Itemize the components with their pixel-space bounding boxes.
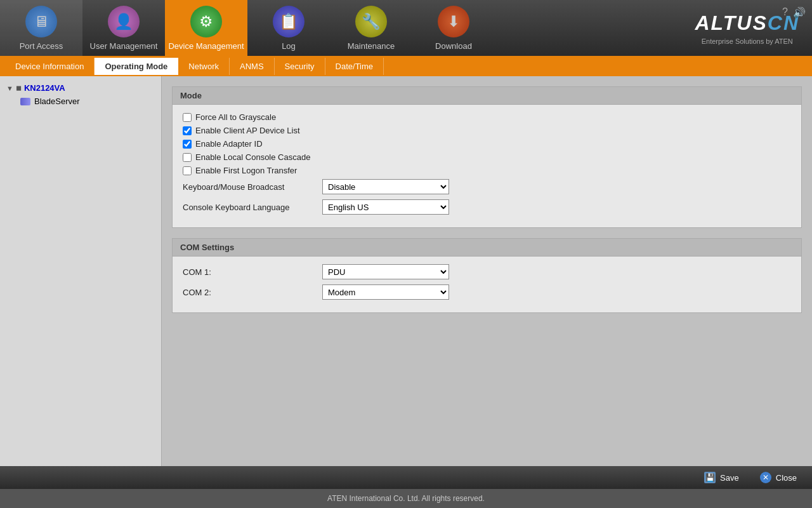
checkbox-row-enable-adapter-id: Enable Adapter ID <box>183 139 791 149</box>
field-label-console-keyboard-language: Console Keyboard Language <box>183 203 322 212</box>
main-content: Mode Force All to Grayscale Enable Clien… <box>162 76 812 466</box>
field-row-console-keyboard-language: Console Keyboard Language English USEngl… <box>183 199 791 215</box>
checkbox-label-force-grayscale: Force All to Grayscale <box>195 112 276 122</box>
nav-label-port-access: Port Access <box>20 41 63 51</box>
nav-icon-download: ⬇ <box>438 6 469 37</box>
com-field-label-com1: COM 1: <box>183 267 322 277</box>
checkbox-label-enable-adapter-id: Enable Adapter ID <box>195 139 263 149</box>
nav-icon-user-management: 👤 <box>108 6 140 37</box>
field-select-keyboard-mouse-broadcast[interactable]: DisableEnable <box>322 179 449 194</box>
footer-text: ATEN International Co. Ltd. All rights r… <box>327 494 485 503</box>
nav-label-maintenance: Maintenance <box>348 41 395 51</box>
subtab-datetime[interactable]: Date/Time <box>325 58 384 75</box>
help-icon[interactable]: ? <box>782 6 788 18</box>
com-field-select-com1[interactable]: PDUModemUPSDisable <box>322 264 449 279</box>
mode-panel-title: Mode <box>173 87 801 105</box>
sidebar: ▼ ◼ KN2124VA BladeServer <box>0 76 162 466</box>
checkbox-enable-adapter-id[interactable] <box>183 140 192 149</box>
com-field-row-com2: COM 2: PDUModemUPSDisable <box>183 284 791 300</box>
mode-panel-body: Force All to Grayscale Enable Client AP … <box>173 105 801 227</box>
save-button[interactable]: 💾 Save <box>698 469 744 486</box>
bottom-bar: 💾 Save ✕ Close <box>0 466 812 489</box>
nav-item-device-management[interactable]: ⚙ Device Management <box>165 0 247 56</box>
save-label: Save <box>720 473 739 483</box>
close-label: Close <box>776 473 797 483</box>
aten-logo: ? 🔊 ALTUSCN Enterprise Solutions by ATEN <box>683 0 813 56</box>
checkbox-enable-first-logon[interactable] <box>183 166 192 175</box>
close-button[interactable]: ✕ Close <box>754 469 802 486</box>
field-label-keyboard-mouse-broadcast: Keyboard/Mouse Broadcast <box>183 182 322 192</box>
field-row-keyboard-mouse-broadcast: Keyboard/Mouse Broadcast DisableEnable <box>183 179 791 194</box>
footer: ATEN International Co. Ltd. All rights r… <box>0 489 812 508</box>
nav-label-log: Log <box>282 41 296 51</box>
nav-label-download: Download <box>435 41 472 51</box>
subtab-anms[interactable]: ANMS <box>230 58 275 75</box>
main-area: ▼ ◼ KN2124VA BladeServer Mode Force All … <box>0 76 812 466</box>
com-field-select-com2[interactable]: PDUModemUPSDisable <box>322 284 449 300</box>
mode-checkboxes: Force All to Grayscale Enable Client AP … <box>183 112 791 175</box>
field-select-console-keyboard-language[interactable]: English USEnglish UKFrenchGermanJapanese… <box>322 199 449 215</box>
nav-label-user-management: User Management <box>90 41 158 51</box>
nav-items: 🖥 Port Access 👤 User Management ⚙ Device… <box>0 0 495 56</box>
sub-navigation: Device InformationOperating ModeNetworkA… <box>0 56 812 76</box>
tree-item-kn2124va[interactable]: ▼ ◼ KN2124VA <box>3 81 159 95</box>
subtab-security[interactable]: Security <box>275 58 325 75</box>
nav-item-maintenance[interactable]: 🔧 Maintenance <box>330 0 412 56</box>
save-icon: 💾 <box>704 472 716 483</box>
com-panel-body: COM 1: PDUModemUPSDisable COM 2: PDUMode… <box>173 257 801 312</box>
nav-icon-maintenance: 🔧 <box>355 6 387 37</box>
com-field-row-com1: COM 1: PDUModemUPSDisable <box>183 264 791 279</box>
mode-fields: Keyboard/Mouse Broadcast DisableEnable C… <box>183 179 791 215</box>
checkbox-label-enable-local-console: Enable Local Console Cascade <box>195 152 310 162</box>
top-navigation: 🖥 Port Access 👤 User Management ⚙ Device… <box>0 0 812 56</box>
tree-expand-icon: ▼ <box>6 84 13 92</box>
checkbox-label-enable-first-logon: Enable First Logon Transfer <box>195 166 297 175</box>
nav-item-download[interactable]: ⬇ Download <box>412 0 495 56</box>
close-icon: ✕ <box>760 472 771 483</box>
com-panel-title: COM Settings <box>173 239 801 257</box>
checkbox-enable-local-console[interactable] <box>183 153 192 162</box>
nav-label-device-management: Device Management <box>168 41 244 51</box>
tree-item-bladeserver[interactable]: BladeServer <box>3 95 159 108</box>
nav-icon-port-access: 🖥 <box>25 6 57 37</box>
checkbox-force-grayscale[interactable] <box>183 113 192 122</box>
nav-item-user-management[interactable]: 👤 User Management <box>82 0 165 56</box>
checkbox-row-enable-first-logon: Enable First Logon Transfer <box>183 166 791 175</box>
blade-icon <box>20 98 30 105</box>
subtab-operating-mode[interactable]: Operating Mode <box>95 58 178 75</box>
logo-sub: Enterprise Solutions by ATEN <box>702 37 793 45</box>
com-field-label-com2: COM 2: <box>183 288 322 297</box>
checkbox-label-enable-client-ap: Enable Client AP Device List <box>195 126 300 135</box>
subtab-network[interactable]: Network <box>178 58 230 75</box>
bladeserver-label: BladeServer <box>34 97 80 106</box>
subtab-device-info[interactable]: Device Information <box>5 58 95 75</box>
com-panel: COM Settings COM 1: PDUModemUPSDisable C… <box>172 238 802 313</box>
nav-icon-device-management: ⚙ <box>190 6 222 37</box>
checkbox-row-enable-local-console: Enable Local Console Cascade <box>183 152 791 162</box>
nav-item-log[interactable]: 📋 Log <box>247 0 330 56</box>
com-fields: COM 1: PDUModemUPSDisable COM 2: PDUMode… <box>183 264 791 300</box>
device-label: KN2124VA <box>24 83 65 93</box>
checkbox-enable-client-ap[interactable] <box>183 126 192 135</box>
tree-device-icon: ◼ <box>16 84 22 92</box>
audio-icon[interactable]: 🔊 <box>793 6 806 18</box>
nav-item-port-access[interactable]: 🖥 Port Access <box>0 0 82 56</box>
nav-icon-log: 📋 <box>273 6 304 37</box>
checkbox-row-force-grayscale: Force All to Grayscale <box>183 112 791 122</box>
checkbox-row-enable-client-ap: Enable Client AP Device List <box>183 126 791 135</box>
mode-panel: Mode Force All to Grayscale Enable Clien… <box>172 86 802 228</box>
